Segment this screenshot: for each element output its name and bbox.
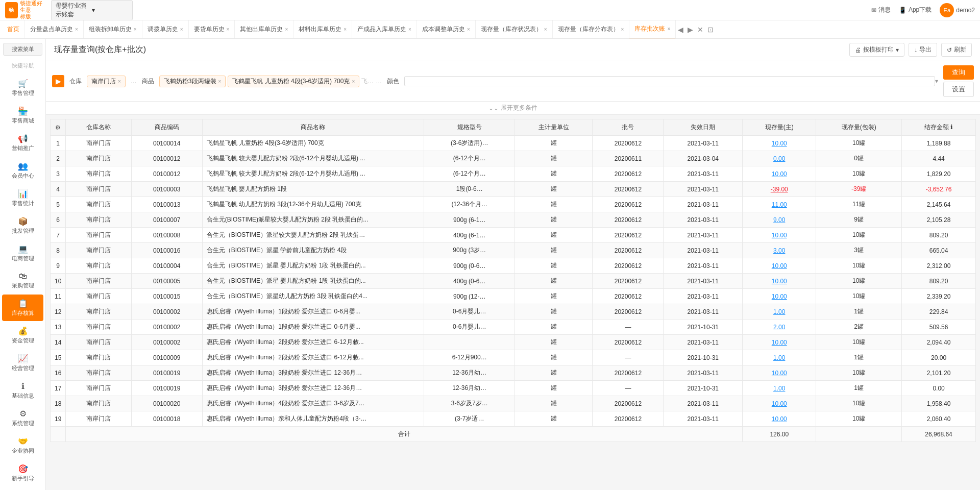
nav-tab-piliang[interactable]: 库存批次账 ×	[629, 20, 676, 39]
sidebar-item-marketing[interactable]: 📢 营销推广	[2, 130, 43, 156]
warehouse-tag-close[interactable]: ×	[118, 79, 121, 84]
row-name: 惠氏启睿（Wyeth illuma）亲和人体儿童配方奶粉4段（3-…	[202, 411, 424, 427]
row-stock-main[interactable]: 9.00	[743, 212, 816, 228]
nav-tab-cailiao[interactable]: 材料出库单历史 ×	[293, 20, 352, 39]
row-code: 00100003	[131, 182, 202, 197]
refresh-btn[interactable]: ↺ 刷新	[941, 43, 972, 57]
goods-tag-2-close[interactable]: ×	[352, 79, 355, 84]
nav-tab-yaohuo[interactable]: 要货单历史 ×	[189, 20, 235, 39]
row-balance: 20.00	[902, 350, 976, 365]
close-icon[interactable]: ×	[180, 27, 183, 32]
row-stock-main[interactable]: 3.00	[743, 243, 816, 258]
nav-tab-fenpan[interactable]: 分量盘点单历史 ×	[25, 20, 84, 39]
color-dropdown-icon[interactable]: ▾	[935, 78, 938, 85]
row-stock-main[interactable]: 10.00	[743, 258, 816, 274]
query-btn[interactable]: 查询	[943, 65, 974, 80]
sidebar-item-system[interactable]: ⚙ 系统管理	[2, 405, 43, 431]
operation-icon: 📈	[5, 354, 40, 363]
nav-tab-home[interactable]: 首页	[2, 20, 25, 39]
row-stock-main[interactable]: 1.00	[743, 381, 816, 396]
row-code: 00100007	[131, 212, 202, 228]
col-settings[interactable]: ⚙	[51, 119, 66, 136]
sidebar-item-basic[interactable]: ℹ 基础信息	[2, 377, 43, 404]
nav-tab-zuche[interactable]: 组装拆卸单历史 ×	[84, 20, 142, 39]
sidebar-item-finance[interactable]: 💰 资金管理	[2, 322, 43, 349]
row-stock-main[interactable]: 0.00	[743, 151, 816, 166]
sidebar-item-inventory[interactable]: 📋 库存核算	[2, 295, 43, 321]
sidebar-item-retail[interactable]: 🛒 零售管理	[2, 75, 43, 101]
close-icon[interactable]: ×	[75, 27, 78, 32]
nav-tab-qita[interactable]: 其他出库单历史 ×	[235, 20, 293, 39]
row-stock-main[interactable]: 10.00	[743, 228, 816, 243]
search-menu-btn[interactable]: 搜索菜单	[3, 43, 42, 56]
row-stock-main[interactable]: 1.00	[743, 304, 816, 320]
row-batch: 20200612	[593, 136, 664, 151]
goods-tag-1-close[interactable]: ×	[218, 79, 222, 84]
goods-tag-1[interactable]: 飞鹤奶粉3段两罐装 ×	[159, 76, 226, 87]
nav-expand-btn[interactable]: ⊡	[705, 26, 716, 34]
close-icon[interactable]: ×	[408, 27, 411, 32]
close-icon[interactable]: ×	[467, 27, 470, 32]
close-icon[interactable]: ×	[544, 27, 547, 32]
sidebar-item-ecom[interactable]: 💻 电商管理	[2, 240, 43, 266]
row-name: 飞鹤星飞帆 幼儿配方奶粉 3段(12-36个月幼儿适用) 700克	[202, 197, 424, 212]
close-icon[interactable]: ×	[134, 27, 137, 32]
warehouse-filter-tag[interactable]: 南岸门店 ×	[87, 76, 126, 87]
row-stock-main[interactable]: 10.00	[743, 274, 816, 289]
sidebar-item-purchase[interactable]: 🛍 采购管理	[2, 267, 43, 293]
color-filter-label: 颜色	[387, 77, 399, 86]
sidebar-item-shop[interactable]: 🏪 零售商城	[2, 102, 43, 129]
print-btn[interactable]: 🖨 按模板打印 ▾	[849, 43, 904, 57]
nav-next-arrow[interactable]: ▶	[685, 26, 695, 34]
row-stock-main[interactable]: 10.00	[743, 289, 816, 304]
row-stock-main[interactable]: 10.00	[743, 411, 816, 427]
row-stock-main[interactable]: 10.00	[743, 166, 816, 182]
row-stock-main[interactable]: -39.00	[743, 182, 816, 197]
sidebar-item-newguide[interactable]: 🎯 新手引导	[2, 460, 43, 486]
summary-balance: 26,968.64	[902, 427, 976, 442]
row-stock-main[interactable]: 10.00	[743, 136, 816, 151]
row-expire: 2021-03-11	[664, 411, 743, 427]
expand-more-row: ⌄⌄ 展开更多条件	[46, 102, 980, 115]
sidebar-item-stats[interactable]: 📊 零售统计	[2, 185, 43, 211]
row-stock-main[interactable]: 1.00	[743, 350, 816, 365]
export-btn[interactable]: ↓ 导出	[909, 43, 937, 57]
goods-filter-more-btn[interactable]: …	[376, 78, 382, 85]
expand-more-btn[interactable]: ⌄⌄ 展开更多条件	[488, 104, 537, 112]
nav-prev-arrow[interactable]: ◀	[676, 26, 685, 34]
nav-close-all-btn[interactable]: ✕	[695, 26, 705, 34]
warehouse-more[interactable]: …	[131, 78, 137, 85]
color-filter-input[interactable]	[404, 76, 935, 86]
close-icon[interactable]: ×	[667, 26, 670, 32]
table-row: 12 南岸门店 00100002 惠氏启睿（Wyeth illuma）1段奶粉 …	[51, 304, 976, 320]
nav-tab-chanpin[interactable]: 产成品入库单历史 ×	[352, 20, 417, 39]
sidebar-item-wholesale[interactable]: 📦 批发管理	[2, 212, 43, 239]
nav-tab-chengben[interactable]: 成本调整单历史 ×	[417, 20, 476, 39]
row-unit: 罐	[515, 274, 593, 289]
sidebar-item-apps[interactable]: 📱 应用中心	[2, 487, 43, 490]
nav-tab-tiaopi[interactable]: 调拨单历史 ×	[142, 20, 189, 39]
sidebar-item-enterprise[interactable]: 🤝 企业协同	[2, 432, 43, 459]
nav-tab-xianzailiang1[interactable]: 现存量（库存状况表） ×	[476, 20, 553, 39]
row-stock-main[interactable]: 10.00	[743, 396, 816, 411]
row-stock-main[interactable]: 10.00	[743, 365, 816, 381]
close-icon[interactable]: ×	[285, 27, 288, 32]
nav-tab-xianzailiang2[interactable]: 现存量（库存分布表） ×	[553, 20, 630, 39]
close-icon[interactable]: ×	[344, 27, 347, 32]
sidebar-item-member[interactable]: 👥 会员中心	[2, 157, 43, 184]
goods-tag-2[interactable]: 飞鹤星飞帆 儿童奶粉 4段(3-6岁适用) 700克 ×	[228, 76, 359, 87]
app-download-btn[interactable]: 📱 App下载	[899, 6, 932, 14]
user-avatar[interactable]: Ea demo2	[940, 3, 975, 17]
row-stock-main[interactable]: 10.00	[743, 335, 816, 350]
filter-expand-btn[interactable]: ▶	[52, 75, 64, 87]
row-unit: 罐	[515, 396, 593, 411]
sidebar-item-operation[interactable]: 📈 经营管理	[2, 350, 43, 376]
row-stock-main[interactable]: 2.00	[743, 320, 816, 335]
row-stock-main[interactable]: 11.00	[743, 197, 816, 212]
message-btn[interactable]: ✉ 消息	[871, 6, 891, 14]
tenant-selector[interactable]: 母婴行业演示账套 ▾	[51, 0, 133, 20]
close-icon[interactable]: ×	[227, 27, 230, 32]
close-icon[interactable]: ×	[621, 27, 624, 32]
setting-btn[interactable]: 设置	[943, 82, 974, 97]
row-balance: 2,060.40	[902, 411, 976, 427]
